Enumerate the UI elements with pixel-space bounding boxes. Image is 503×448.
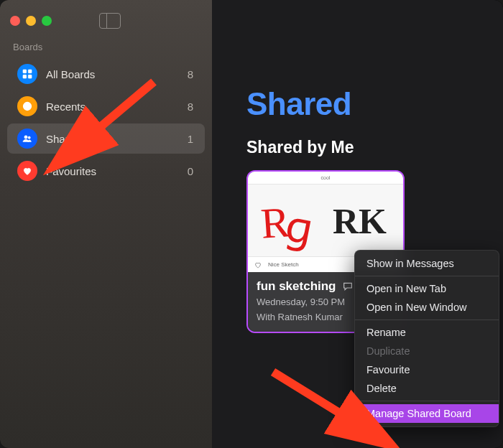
sidebar-item-recents[interactable]: Recents 8 [7, 91, 205, 121]
fullscreen-button[interactable] [42, 16, 52, 26]
page-title: Shared [246, 86, 503, 122]
sidebar-item-count: 1 [188, 133, 193, 145]
board-title: fun sketching [257, 279, 336, 294]
svg-rect-3 [28, 75, 32, 78]
sidebar-item-shared[interactable]: Shared 1 [7, 123, 205, 154]
sidebar-item-label: Favourites [46, 165, 96, 177]
svg-point-6 [28, 136, 30, 139]
close-button[interactable] [10, 16, 20, 26]
sidebar-item-count: 8 [188, 101, 193, 113]
svg-rect-0 [23, 70, 27, 73]
people-icon [17, 129, 37, 149]
sidebar: Boards All Boards 8 Recents 8 Shared 1 [0, 0, 212, 448]
menu-separator [355, 319, 499, 320]
chat-bubble-icon [342, 281, 354, 292]
sketch-red-initials: Rɡ [259, 194, 319, 248]
sidebar-section-label: Boards [0, 39, 212, 57]
section-title: Shared by Me [246, 138, 503, 157]
heart-icon [17, 161, 37, 181]
boards-grid-icon [17, 64, 37, 84]
sidebar-item-favourites[interactable]: Favourites 0 [7, 156, 205, 186]
sidebar-item-label: Recents [46, 101, 86, 113]
minimize-button[interactable] [26, 16, 36, 26]
svg-rect-1 [28, 70, 32, 73]
svg-rect-2 [23, 75, 27, 78]
menu-delete[interactable]: Delete [355, 379, 499, 398]
menu-manage-shared-board[interactable]: Manage Shared Board [355, 404, 499, 423]
sidebar-item-count: 8 [188, 68, 193, 80]
menu-open-new-tab[interactable]: Open in New Tab [355, 279, 499, 298]
titlebar [0, 7, 212, 39]
window-controls [10, 16, 52, 26]
menu-separator [355, 401, 499, 401]
sketch-black-initials: RK [333, 200, 387, 242]
menu-favourite[interactable]: Favourite [355, 360, 499, 379]
sidebar-item-all-boards[interactable]: All Boards 8 [7, 59, 205, 89]
menu-rename[interactable]: Rename [355, 323, 499, 342]
heart-outline-icon [254, 261, 262, 269]
sidebar-item-label: Shared [46, 133, 80, 145]
svg-point-5 [24, 136, 27, 139]
menu-show-in-messages[interactable]: Show in Messages [355, 254, 499, 273]
menu-open-new-window[interactable]: Open in New Window [355, 298, 499, 317]
context-menu: Show in Messages Open in New Tab Open in… [354, 250, 499, 427]
thumbnail-footer-label: Nice Sketch [268, 261, 299, 268]
sidebar-item-label: All Boards [46, 68, 95, 80]
menu-separator [355, 276, 499, 276]
clock-icon [17, 96, 37, 116]
menu-duplicate: Duplicate [355, 342, 499, 360]
toggle-sidebar-icon[interactable] [99, 13, 121, 29]
sidebar-item-count: 0 [188, 165, 193, 177]
thumbnail-top-label: cool [248, 172, 403, 185]
